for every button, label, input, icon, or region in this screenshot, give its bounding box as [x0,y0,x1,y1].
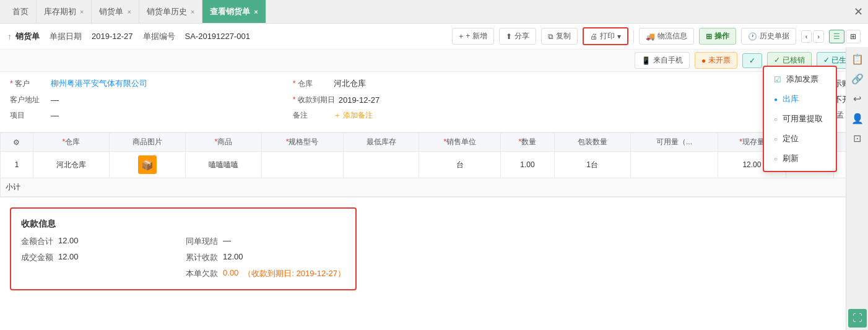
doc-title-icon: ↑ [7,32,12,41]
transaction-value: 12.00 [58,252,79,263]
gear-icon[interactable]: ⚙ [13,138,20,147]
doc-header: ↑ 销货单 单据日期 2019-12-27 单据编号 SA-20191227-0… [0,24,868,50]
sidebar-doc-icon[interactable]: 📋 [848,50,867,68]
col-product-img: 商品图片 [109,133,185,152]
outstanding-label: 本单欠款 [186,268,218,279]
row-product: 嗑嗑嗑嗑 [185,152,261,178]
warehouse-value: 河北仓库 [334,78,366,89]
tab-sales-history-close[interactable]: × [191,8,194,15]
not-opened-button[interactable]: ● 未开票 [695,52,737,69]
due-date-text: （收款到期日: 2019-12-27） [243,268,345,279]
transaction-label: 成交金额 [21,252,53,263]
print-button[interactable]: 🖨 打印 ▾ [583,27,628,45]
row-available [630,152,718,178]
row-pack-qty: 1台 [554,152,630,178]
row-spec [261,152,343,178]
right-sidebar: 📋 🔗 ↩ 👤 ⊡ ⛶ [846,47,868,330]
payment-due-label: 收款到期日 [293,95,335,105]
sidebar-return-icon[interactable]: ↩ [848,89,867,108]
nav-prev[interactable]: ‹ [801,30,812,43]
amount-row: 金额合计 12.00 [21,236,181,247]
dropdown-available-fetch[interactable]: ○ 可用量提取 [764,109,836,129]
col-pack-qty: 包装数量 [554,133,630,152]
warehouse-field: 仓库 河北仓库 [293,78,576,89]
view-grid[interactable]: ⊞ [846,30,861,43]
nav-next[interactable]: › [813,30,824,43]
new-button[interactable]: + + 新增 [452,28,493,45]
sidebar-extra-icon[interactable]: ⊡ [848,129,867,147]
operation-button[interactable]: ⊞ 操作 [699,28,736,45]
product-table: ⚙ *仓库 商品图片 *商品 *规格型号 最低库存 *销售单位 *数量 包装数量… [0,132,868,197]
doc-date-label: 单据日期 [50,31,82,42]
row-min-stock [343,152,419,178]
customer-value[interactable]: 柳州粤港平安气体有限公司 [51,78,147,89]
project-field: 项目 — [10,110,293,121]
tab-sales-history[interactable]: 销货单历史 × [139,0,202,23]
warehouse-label: 仓库 [293,79,330,89]
address-label: 客户地址 [10,95,47,105]
payment-info-title: 收款信息 [21,219,345,230]
dropdown-outbound[interactable]: ● 出库 [764,89,836,109]
cumulative-label: 累计收款 [186,252,218,263]
copy-icon: ⧉ [548,32,553,41]
from-phone-button[interactable]: 📱 来自手机 [635,52,690,69]
tab-sales-order[interactable]: 销货单 × [92,0,139,23]
project-value: — [51,111,59,120]
logistics-button[interactable]: 🚚 物流信息 [639,28,694,45]
doc-date-value: 2019-12-27 [92,32,133,41]
transaction-row: 成交金额 12.00 [21,252,181,263]
dropdown-add-invoice[interactable]: ☑ 添加发票 [764,69,836,89]
truck-icon: 🚚 [646,32,655,41]
share-button[interactable]: ⬆ 分享 [499,28,536,45]
tab-view-sales[interactable]: 查看销货单 × [202,0,266,23]
outstanding-row: 本单欠款 0.00 （收款到期日: 2019-12-27） [186,268,345,279]
col-spec: *规格型号 [261,133,343,152]
payment-due-field: 收款到期日 2019-12-27 [293,95,576,105]
add-note-button[interactable]: ＋ 添加备注 [334,110,373,121]
row-index: 1 [1,152,33,178]
address-value: — [51,95,59,105]
row-warehouse: 河北仓库 [33,152,109,178]
sidebar-expand-icon[interactable]: ⛶ [848,309,867,328]
doc-title: ↑ 销货单 [7,31,40,42]
window-close-button[interactable]: ✕ [854,5,863,19]
view-list[interactable]: ☰ [829,30,844,43]
subtotal-row: 小计 [1,178,868,197]
project-label: 项目 [10,110,47,121]
history-button[interactable]: 🕐 历史单据 [741,28,796,45]
radio-filled-icon: ● [774,96,778,103]
tab-sales-order-close[interactable]: × [127,8,131,15]
form-row-1: 客户 柳州粤港平安气体有限公司 仓库 河北仓库 业务员 演示账号 [10,78,858,89]
col-sales-unit: *销售单位 [419,133,501,152]
main-area: ↑ 销货单 单据日期 2019-12-27 单据编号 SA-20191227-0… [0,24,868,330]
radio-empty2-icon: ○ [774,136,778,142]
doc-header-left: ↑ 销货单 单据日期 2019-12-27 单据编号 SA-20191227-0… [7,31,250,42]
amount-label: 金额合计 [21,236,53,247]
dropdown-locate[interactable]: ○ 定位 [764,129,836,149]
row-img: 📦 [109,152,185,178]
note-label: 备注 [293,110,330,121]
checkbox-icon: ☑ [774,75,781,84]
row-quantity: 1.00 [501,152,554,178]
tab-home[interactable]: 首页 [5,0,37,23]
tab-inventory-init[interactable]: 库存期初 × [37,0,92,23]
doc-number-value: SA-20191227-001 [185,32,251,41]
plus-icon: ＋ [334,111,341,119]
sidebar-user-icon[interactable]: 👤 [848,109,867,128]
product-table-wrapper: ⚙ *仓库 商品图片 *商品 *规格型号 最低库存 *销售单位 *数量 包装数量… [0,132,868,198]
row-sales-unit: 台 [419,152,501,178]
share-icon: ⬆ [506,32,512,41]
toolbar-divider [633,30,634,43]
col-warehouse: *仓库 [33,133,109,152]
col-available: 可用量（... [630,133,718,152]
col-settings[interactable]: ⚙ [1,133,33,152]
col-quantity: *数量 [501,133,554,152]
tab-inventory-init-close[interactable]: × [80,8,84,15]
tab-view-sales-close[interactable]: × [254,8,258,15]
view-toggle: ☰ ⊞ [829,30,861,43]
copy-button[interactable]: ⧉ 复制 [541,28,578,45]
sidebar-link-icon[interactable]: 🔗 [848,69,867,88]
dropdown-refresh[interactable]: ○ 刷新 [764,149,836,168]
confirm-btn[interactable]: ✓ [742,53,762,68]
subtotal-label: 小计 [1,178,868,197]
